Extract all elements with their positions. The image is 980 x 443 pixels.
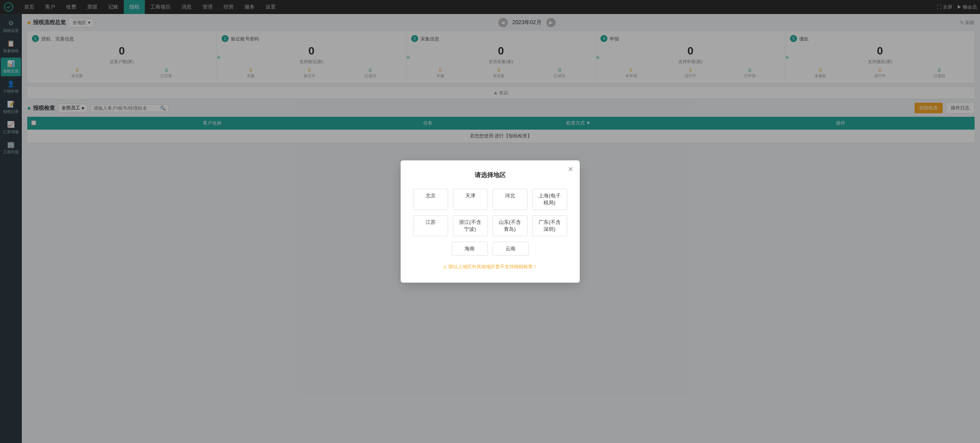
warning-icon: ⚠ bbox=[443, 264, 447, 270]
modal-warning: ⚠ 除以上地区外其他地区暂不支持报税检查！ bbox=[413, 264, 567, 270]
region-option-zhejiang[interactable]: 浙江(不含宁波) bbox=[453, 215, 488, 236]
region-grid-row2: 江苏 浙江(不含宁波) 山东(不含青岛) 广东(不含深圳) bbox=[413, 215, 567, 236]
warning-text: 除以上地区外其他地区暂不支持报税检查！ bbox=[449, 264, 537, 270]
region-option-hebei[interactable]: 河北 bbox=[493, 189, 528, 210]
region-option-yunnan[interactable]: 云南 bbox=[493, 242, 529, 256]
region-select-modal: ✕ 请选择地区 北京 天津 河北 上海(电子税局) 江苏 浙江(不含宁波) 山东… bbox=[401, 160, 580, 283]
region-option-shanghai[interactable]: 上海(电子税局) bbox=[532, 189, 567, 210]
modal-title: 请选择地区 bbox=[413, 171, 567, 179]
region-option-guangdong[interactable]: 广东(不含深圳) bbox=[532, 215, 567, 236]
modal-close-button[interactable]: ✕ bbox=[568, 165, 574, 174]
region-grid-row1: 北京 天津 河北 上海(电子税局) bbox=[413, 189, 567, 210]
region-option-tianjin[interactable]: 天津 bbox=[453, 189, 488, 210]
region-option-hainan[interactable]: 海南 bbox=[452, 242, 488, 256]
region-option-shandong[interactable]: 山东(不含青岛) bbox=[493, 215, 528, 236]
region-option-beijing[interactable]: 北京 bbox=[413, 189, 448, 210]
region-option-jiangsu[interactable]: 江苏 bbox=[413, 215, 448, 236]
region-grid-row3: 海南 云南 bbox=[452, 242, 529, 256]
modal-overlay[interactable]: ✕ 请选择地区 北京 天津 河北 上海(电子税局) 江苏 浙江(不含宁波) 山东… bbox=[0, 0, 980, 443]
